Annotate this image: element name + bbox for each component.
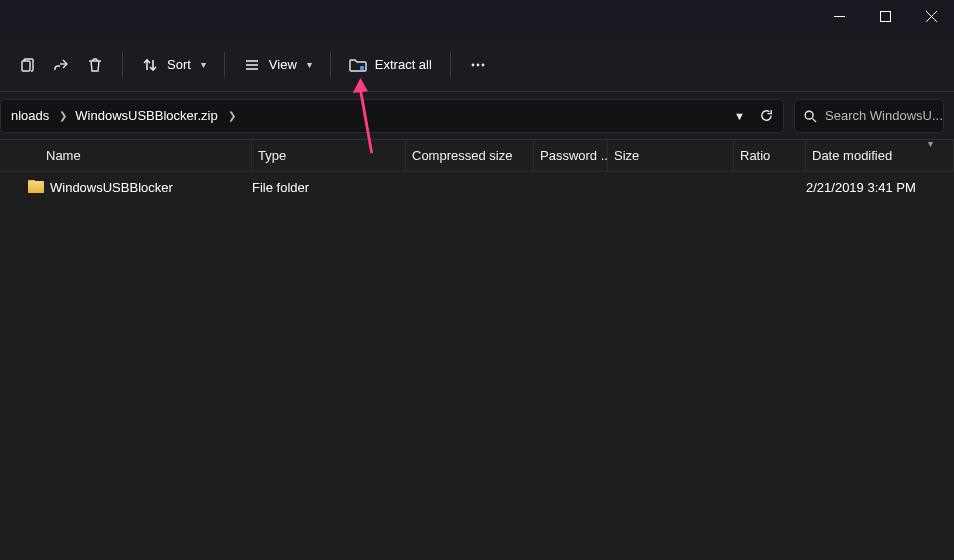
address-bar-row: nloads ❯ WindowsUSBBlocker.zip ❯ ▼ [0, 92, 954, 140]
column-header-password[interactable]: Password ... [534, 140, 608, 171]
close-button[interactable] [908, 0, 954, 32]
svg-point-9 [471, 63, 474, 66]
search-box[interactable] [794, 99, 944, 133]
svg-rect-4 [22, 61, 30, 71]
view-label: View [269, 57, 297, 72]
column-header-ratio[interactable]: Ratio [734, 140, 806, 171]
trash-icon [86, 56, 104, 74]
breadcrumb-label: nloads [11, 108, 49, 123]
file-list: WindowsUSBBlocker File folder 2/21/2019 … [0, 172, 954, 560]
column-header-date-modified[interactable]: Date modified ▾ [806, 140, 954, 171]
breadcrumb-item[interactable]: nloads ❯ [7, 100, 71, 132]
svg-point-10 [476, 63, 479, 66]
copy-icon [18, 56, 36, 74]
toolbar-separator [330, 52, 331, 78]
sort-label: Sort [167, 57, 191, 72]
maximize-icon [880, 11, 891, 22]
chevron-down-icon: ▾ [201, 59, 206, 70]
svg-rect-1 [880, 11, 890, 21]
minimize-button[interactable] [816, 0, 862, 32]
list-item[interactable]: WindowsUSBBlocker File folder 2/21/2019 … [0, 172, 954, 202]
extract-all-label: Extract all [375, 57, 432, 72]
view-icon [243, 56, 261, 74]
svg-point-12 [805, 111, 813, 119]
search-input[interactable] [825, 108, 954, 123]
chevron-right-icon: ❯ [228, 110, 236, 121]
sort-button[interactable]: Sort ▾ [133, 47, 214, 83]
svg-point-11 [481, 63, 484, 66]
column-header-name[interactable]: Name [40, 140, 252, 171]
copy-button[interactable] [10, 47, 44, 83]
column-header-compressed-size[interactable]: Compressed size [406, 140, 534, 171]
file-name: WindowsUSBBlocker [50, 180, 173, 195]
refresh-button[interactable] [757, 107, 775, 125]
folder-icon [28, 181, 44, 193]
ellipsis-icon [469, 56, 487, 74]
svg-point-8 [360, 65, 364, 69]
toolbar: Sort ▾ View ▾ Extract all [0, 38, 954, 92]
toolbar-separator [122, 52, 123, 78]
more-button[interactable] [461, 47, 495, 83]
close-icon [926, 11, 937, 22]
toolbar-separator [450, 52, 451, 78]
maximize-button[interactable] [862, 0, 908, 32]
column-header-size[interactable]: Size [608, 140, 734, 171]
file-date-modified: 2/21/2019 3:41 PM [806, 180, 954, 195]
extract-all-button[interactable]: Extract all [341, 47, 440, 83]
sort-indicator-icon: ▾ [928, 140, 933, 149]
chevron-right-icon: ❯ [59, 110, 67, 121]
refresh-icon [759, 108, 774, 123]
chevron-down-icon: ▾ [307, 59, 312, 70]
column-header-type[interactable]: Type [252, 140, 406, 171]
view-button[interactable]: View ▾ [235, 47, 320, 83]
window-controls [816, 0, 954, 32]
share-button[interactable] [44, 47, 78, 83]
minimize-icon [834, 11, 845, 22]
extract-icon [349, 56, 367, 74]
title-bar [0, 0, 954, 38]
svg-line-13 [813, 118, 817, 122]
delete-button[interactable] [78, 47, 112, 83]
toolbar-separator [224, 52, 225, 78]
address-history-dropdown[interactable]: ▼ [734, 110, 745, 122]
sort-icon [141, 56, 159, 74]
breadcrumb-label: WindowsUSBBlocker.zip [75, 108, 217, 123]
file-type: File folder [252, 180, 406, 195]
breadcrumb-item[interactable]: WindowsUSBBlocker.zip ❯ [71, 100, 239, 132]
share-icon [52, 56, 70, 74]
search-icon [803, 107, 817, 125]
column-headers: Name Type Compressed size Password ... S… [0, 140, 954, 172]
address-bar[interactable]: nloads ❯ WindowsUSBBlocker.zip ❯ ▼ [0, 99, 784, 133]
